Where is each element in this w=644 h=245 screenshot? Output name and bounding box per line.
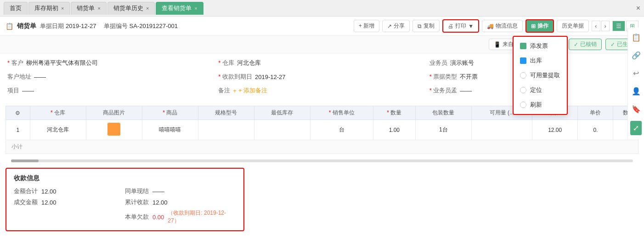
customer-value: 柳州粤港平安气体有限公司	[26, 59, 98, 67]
share-button[interactable]: ↗ 分享	[382, 20, 410, 32]
col-unit: * 销售单位	[310, 106, 373, 120]
refresh-label: 刷新	[530, 101, 542, 109]
payment-date-label: 收款到期日	[218, 73, 252, 81]
tab-sales-label: 销货单	[77, 4, 95, 12]
payment-date-value: 2019-12-27	[255, 74, 310, 80]
operation-label: 操作	[537, 22, 548, 30]
dropdown-add-invoice[interactable]: 添发票	[514, 39, 567, 53]
staff-value: 演示账号	[450, 59, 505, 67]
list-view-button[interactable]: ☰	[612, 21, 625, 31]
tab-view-sales[interactable]: 查看销货单 ×	[156, 2, 203, 15]
tab-sales[interactable]: 销货单 ×	[71, 2, 106, 15]
tab-home[interactable]: 首页	[4, 2, 28, 15]
add-note-button[interactable]: + + 添加备注	[233, 86, 267, 95]
owed-note: （收款到期日: 2019-12-27）	[168, 209, 236, 225]
address-field: 客户地址 ——	[7, 73, 215, 81]
locate-icon	[520, 87, 526, 93]
scroll-thumb[interactable]	[11, 160, 39, 162]
tab-view-sales-label: 查看销货单	[162, 4, 192, 12]
row-product: 嘻嘻嘻嘻	[142, 120, 198, 140]
total-amount-value: 12.00	[41, 188, 56, 195]
cumulative-label: 累计收款	[125, 198, 149, 206]
owed-row: 本单欠款 0.00 （收款到期日: 2019-12-27）	[125, 209, 236, 225]
row-image	[86, 120, 142, 140]
dropdown-locate[interactable]: 定位	[514, 83, 567, 97]
project-field: 项目 ——	[7, 86, 215, 95]
col-spec: 规格型号	[198, 106, 254, 120]
row-spec	[198, 120, 254, 140]
sales-staff-value: ——	[460, 87, 515, 94]
customer-field: 客户 柳州粤港平安气体有限公司	[7, 59, 215, 67]
sidebar-link-icon[interactable]: 🔗	[630, 49, 643, 62]
history-label: 历史单据	[562, 22, 584, 30]
row-pack: 1台	[415, 120, 471, 140]
tab-view-sales-close[interactable]: ×	[194, 6, 197, 11]
prev-button[interactable]: ‹	[592, 21, 600, 31]
staff-label: 业务员	[429, 59, 447, 67]
logistics-icon: 🚚	[487, 23, 494, 29]
same-order-value: ——	[153, 188, 164, 195]
phone-icon: 📱	[494, 41, 501, 48]
same-order-label: 同单现结	[125, 187, 149, 195]
new-button[interactable]: + 新增	[354, 20, 379, 32]
note-label: 备注	[218, 86, 230, 95]
customer-label: 客户	[7, 59, 23, 67]
total-amount-label: 金额合计	[14, 187, 38, 195]
scroll-area[interactable]	[0, 158, 644, 164]
dropdown-outbound[interactable]: 出库	[514, 53, 567, 68]
doc-header: 📋 销货单 单据日期 2019-12-27 单据编号 SA-20191227-0…	[6, 22, 178, 30]
sidebar-user-icon[interactable]: 👤	[630, 85, 643, 97]
refresh-icon	[520, 102, 526, 108]
tab-inventory[interactable]: 库存期初 ×	[28, 2, 70, 15]
col-qty: * 数量	[373, 106, 415, 120]
sidebar-return-icon[interactable]: ↩	[631, 67, 641, 80]
sidebar-tag-icon[interactable]: 🔖	[630, 103, 643, 115]
tab-sales-close[interactable]: ×	[97, 6, 100, 11]
row-unit: 台	[310, 120, 373, 140]
owed-label: 本单欠款	[125, 213, 149, 221]
tab-history-close[interactable]: ×	[146, 6, 149, 11]
copy-button[interactable]: ⧉ 复制	[412, 20, 440, 32]
number-label: 单据编号	[104, 22, 128, 30]
doc-type-icon: 📋	[6, 23, 13, 30]
dropdown-refresh[interactable]: 刷新	[514, 97, 567, 112]
logistics-button[interactable]: 🚚 物流信息	[482, 20, 523, 32]
warehouse-field: 仓库 河北仓库	[218, 59, 425, 67]
confirm-button[interactable]: ✓ 已核销	[569, 39, 602, 50]
scroll-track[interactable]	[11, 160, 633, 162]
address-value: ——	[34, 74, 89, 80]
col-price: 单价	[578, 106, 613, 120]
total-amount-row: 金额合计 12.00	[14, 187, 125, 195]
row-no: 1	[6, 120, 30, 140]
dropdown-available-extract[interactable]: 可用量提取	[514, 68, 567, 83]
product-image	[107, 123, 120, 136]
main-content: 📋 销货单 单据日期 2019-12-27 单据编号 SA-20191227-0…	[0, 17, 644, 245]
warehouse-value: 河北仓库	[237, 59, 292, 67]
available-icon	[520, 72, 526, 79]
date-label: 单据日期	[40, 22, 64, 30]
ticket-label: 票据类型	[429, 73, 458, 81]
transaction-label: 成交金额	[14, 198, 38, 206]
row-qty: 1.00	[373, 120, 415, 140]
doc-number-field: 单据编号 SA-20191227-001	[104, 22, 178, 30]
transaction-row: 成交金额 12.00	[14, 198, 125, 206]
project-label: 项目	[7, 86, 19, 95]
header-actions: + 新增 ↗ 分享 ⧉ 复制 🖨 打印 ▼ 🚚 物流信息 ⊞ 操作	[354, 19, 638, 33]
sidebar-doc-icon[interactable]: 📋	[630, 31, 643, 44]
tab-history[interactable]: 销货单历史 ×	[107, 2, 155, 15]
nav-arrows: ‹ ›	[592, 21, 610, 31]
col-image: 商品图片	[86, 106, 142, 120]
print-button[interactable]: 🖨 打印 ▼	[442, 19, 479, 33]
history-button[interactable]: 历史单据	[557, 20, 589, 32]
locate-label: 定位	[530, 86, 542, 94]
col-min-stock: 最低库存	[254, 106, 310, 120]
right-sidebar: 📋 🔗 ↩ 👤 🔖 ⤢	[627, 28, 644, 139]
operation-dropdown-container: ⊞ 操作 添发票 出库 可用量提取	[525, 19, 554, 33]
sidebar-expand-icon[interactable]: ⤢	[630, 121, 642, 135]
next-button[interactable]: ›	[601, 21, 610, 31]
tab-bar-close[interactable]: ×	[636, 4, 640, 12]
payment-title: 收款信息	[14, 174, 236, 182]
operation-button[interactable]: ⊞ 操作	[525, 19, 554, 33]
tab-inventory-close[interactable]: ×	[61, 6, 64, 11]
print-label: 打印	[455, 22, 466, 30]
